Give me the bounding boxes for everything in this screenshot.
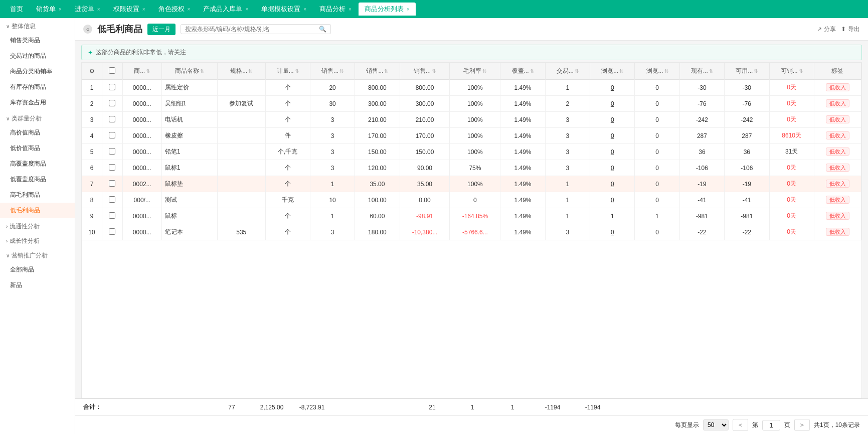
select-all-checkbox[interactable]	[109, 67, 115, 74]
row-checkbox[interactable]	[102, 176, 123, 192]
nav-product-analysis[interactable]: 商品分析 ×	[313, 3, 358, 16]
low-income-tag: 低收入	[826, 148, 849, 156]
row-checkbox[interactable]	[102, 144, 123, 160]
nav-permissions[interactable]: 权限设置 ×	[107, 3, 151, 16]
row-views1[interactable]: 0	[590, 80, 635, 96]
row-views1[interactable]: 0	[590, 96, 635, 112]
page-size-select[interactable]: 50 100 200	[703, 419, 729, 430]
col-name[interactable]: 商品名称⇅	[161, 63, 217, 80]
sidebar-group-circulation[interactable]: › 流通性分析	[0, 218, 75, 233]
current-page-input[interactable]	[762, 420, 780, 430]
col-settings[interactable]: ⚙	[82, 63, 102, 80]
sidebar-item-category-rate[interactable]: 商品分类助销率	[0, 64, 75, 79]
sidebar-item-all-goods[interactable]: 全部商品	[0, 262, 75, 277]
views1-link[interactable]: 0	[611, 132, 614, 139]
row-views1[interactable]: 0	[590, 144, 635, 160]
sidebar-item-low-value[interactable]: 低价值商品	[0, 140, 75, 156]
nav-close-permissions[interactable]: ×	[142, 7, 145, 12]
views1-link[interactable]: 1	[611, 213, 614, 220]
row-sales-price: 180.00	[355, 224, 400, 240]
nav-close-purchase-order[interactable]: ×	[97, 7, 100, 12]
col-checkbox[interactable]	[102, 63, 123, 80]
sidebar-group-overall[interactable]: ∨ 整体信息	[0, 18, 75, 33]
row-spec	[217, 80, 265, 96]
row-checkbox[interactable]	[102, 112, 123, 128]
export-button[interactable]: ⬆ 导出	[841, 25, 860, 34]
row-views1[interactable]: 0	[590, 112, 635, 128]
row-no: 6	[82, 160, 102, 176]
nav-template-settings[interactable]: 单据模板设置 ×	[255, 3, 312, 16]
views1-link[interactable]: 0	[611, 116, 614, 123]
sidebar-item-high-coverage[interactable]: 高覆盖度商品	[0, 156, 75, 172]
next-page-button[interactable]: ＞	[794, 419, 810, 431]
sidebar-item-low-coverage[interactable]: 低覆盖度商品	[0, 172, 75, 187]
col-sales-price[interactable]: 销售...⇅	[355, 63, 400, 80]
sidebar-item-in-stock[interactable]: 有库存的商品	[0, 79, 75, 95]
col-coverage[interactable]: 覆盖...⇅	[500, 63, 545, 80]
settings-icon[interactable]: ⚙	[89, 68, 95, 75]
nav-close-product-entry[interactable]: ×	[245, 7, 248, 12]
row-views1[interactable]: 0	[590, 224, 635, 240]
row-checkbox[interactable]	[102, 80, 123, 96]
col-sales-qty[interactable]: 销售...⇅	[310, 63, 355, 80]
col-views2[interactable]: 浏览...⇅	[635, 63, 679, 80]
row-sales-profit: 800.00	[400, 80, 450, 96]
nav-close-product-analysis[interactable]: ×	[349, 7, 352, 12]
views1-link[interactable]: 0	[611, 84, 614, 91]
row-views1[interactable]: 0	[590, 176, 635, 192]
row-views1[interactable]: 0	[590, 128, 635, 144]
search-input[interactable]	[185, 26, 319, 33]
sidebar-item-sales-goods[interactable]: 销售类商品	[0, 33, 75, 48]
row-checkbox[interactable]	[102, 160, 123, 176]
low-income-tag: 低收入	[826, 99, 849, 107]
sidebar-group-cluster[interactable]: ∨ 类群量分析	[0, 110, 75, 125]
views1-link[interactable]: 0	[611, 100, 614, 107]
views1-link[interactable]: 0	[611, 229, 614, 236]
time-filter-button[interactable]: 近一月	[147, 24, 176, 35]
row-checkbox[interactable]	[102, 96, 123, 112]
col-available[interactable]: 可用...⇅	[725, 63, 769, 80]
col-current-stock[interactable]: 现有...⇅	[679, 63, 724, 80]
nav-close-sales-order[interactable]: ×	[59, 7, 62, 12]
sidebar-item-traded-goods[interactable]: 交易过的商品	[0, 48, 75, 64]
col-gross-rate[interactable]: 毛利率⇅	[450, 63, 500, 80]
nav-sales-order[interactable]: 销货单 ×	[30, 3, 68, 16]
sidebar-item-high-margin[interactable]: 高毛利商品	[0, 187, 75, 203]
nav-product-analysis-list[interactable]: 商品分析列表 ×	[359, 3, 416, 16]
row-checkbox[interactable]	[102, 192, 123, 208]
col-transactions[interactable]: 交易...⇅	[545, 63, 590, 80]
views1-link[interactable]: 0	[611, 149, 614, 156]
col-spec[interactable]: 规格...⇅	[217, 63, 265, 80]
sidebar-item-low-margin[interactable]: 低毛利商品	[0, 203, 75, 218]
col-views1[interactable]: 浏览...⇅	[590, 63, 635, 80]
col-sales-profit[interactable]: 销售...⇅	[400, 63, 450, 80]
row-checkbox[interactable]	[102, 224, 123, 240]
nav-close-template-settings[interactable]: ×	[303, 7, 306, 12]
sidebar-item-new-goods[interactable]: 新品	[0, 277, 75, 293]
views1-link[interactable]: 0	[611, 197, 614, 204]
col-unit[interactable]: 计量...⇅	[265, 63, 310, 80]
nav-close-product-analysis-list[interactable]: ×	[407, 7, 410, 12]
nav-product-entry[interactable]: 产成品入库单 ×	[197, 3, 254, 16]
views1-link[interactable]: 0	[611, 165, 614, 172]
nav-purchase-order[interactable]: 进货单 ×	[69, 3, 106, 16]
sidebar-collapse-btn[interactable]: «	[83, 25, 92, 34]
col-sellable[interactable]: 可销...⇅	[769, 63, 814, 80]
nav-role-auth[interactable]: 角色授权 ×	[152, 3, 197, 16]
row-views1[interactable]: 0	[590, 192, 635, 208]
share-button[interactable]: ↗ 分享	[817, 25, 836, 34]
sidebar-item-high-value[interactable]: 高价值商品	[0, 125, 75, 140]
row-views1[interactable]: 0	[590, 160, 635, 176]
row-checkbox[interactable]	[102, 208, 123, 224]
nav-home[interactable]: 首页	[4, 3, 29, 16]
row-views1[interactable]: 1	[590, 208, 635, 224]
prev-page-button[interactable]: ＜	[733, 419, 748, 431]
table-row: 1 0000... 属性定价 个 20 800.00 800.00 100% 1…	[82, 80, 861, 96]
row-checkbox[interactable]	[102, 128, 123, 144]
sidebar-item-stock-capital[interactable]: 库存资金占用	[0, 95, 75, 110]
sidebar-group-growth[interactable]: › 成长性分析	[0, 233, 75, 247]
col-code[interactable]: 商...⇅	[122, 63, 161, 80]
sidebar-group-marketing[interactable]: ∨ 营销推广分析	[0, 247, 75, 262]
views1-link[interactable]: 0	[611, 181, 614, 188]
nav-close-role-auth[interactable]: ×	[188, 7, 191, 12]
